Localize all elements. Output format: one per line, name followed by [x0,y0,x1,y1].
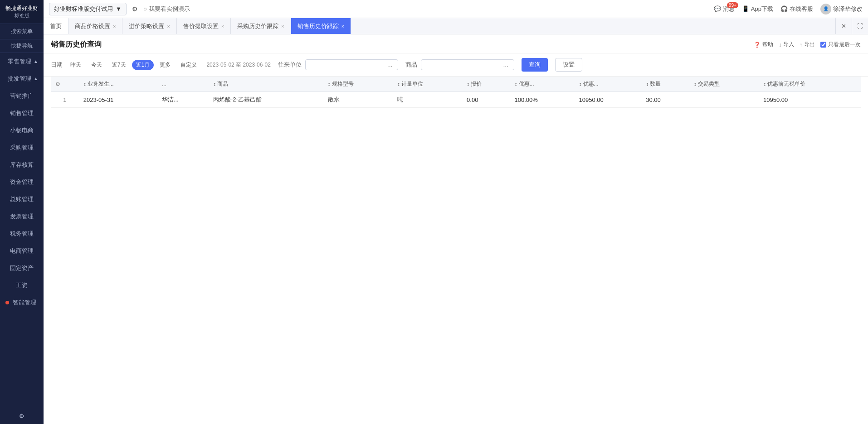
sidebar-item-ledger[interactable]: 总账管理 [0,191,44,208]
sidebar-item-payroll[interactable]: 工资 [0,277,44,294]
cell-spec: 散水 [323,92,393,108]
cell-price: 0.00 [462,92,510,108]
date-btn-today[interactable]: 今天 [87,60,106,70]
th-spec[interactable]: ↕ 规格型号 [323,77,393,92]
sort-qty: ↕ 数量 [646,80,661,88]
help-button[interactable]: ❓ 帮助 [754,41,773,48]
th-gear[interactable]: ⚙ [51,77,79,92]
th-qty[interactable]: ↕ 数量 [641,77,689,92]
only-last-checkbox[interactable] [820,42,826,48]
th-col2[interactable]: ... [157,77,209,92]
module-name: 好业财标准版交付试用 [54,5,113,13]
filter-settings-button[interactable]: 设置 [555,58,582,72]
sidebar-footer-settings[interactable]: ⚙ [0,408,44,424]
th-goods[interactable]: ↕ 商品 [209,77,323,92]
tab-product-pricing-close[interactable]: × [113,24,116,29]
sidebar-logo: 畅捷通好业财 标准版 [0,0,44,24]
date-btn-1month[interactable]: 近1月 [132,60,154,70]
date-filter-group: 日期 昨天 今天 近7天 近1月 更多 自定义 2023-05-02 至 202… [51,60,271,70]
tab-price-extract[interactable]: 售价提取设置 × [177,18,231,34]
export-icon: ↑ [800,42,802,48]
user-menu-button[interactable]: 👤 徐泽华修改 [820,4,863,14]
sidebar-item-finance[interactable]: 资金管理 [0,173,44,191]
chevron-down-icon: ▼ [116,5,122,12]
sidebar: 畅捷通好业财 标准版 搜索菜单 快捷导航 零售管理 ▲ 批发管理 ▲ 营销推广 … [0,0,44,424]
sidebar-item-tax[interactable]: 税务管理 [0,225,44,242]
sidebar-item-sales[interactable]: 销售管理 [0,105,44,122]
tab-product-pricing[interactable]: 商品价格设置 × [68,18,122,34]
sidebar-item-invoice-label: 发票管理 [5,212,38,221]
sidebar-item-marketing[interactable]: 营销推广 [0,87,44,105]
table-header-row: ⚙ ↕ 业务发生... ... ↕ 商品 ↕ 规格型号 ↕ 计量单位 ↕ 报价 … [51,77,861,92]
date-btn-yesterday[interactable]: 昨天 [66,60,85,70]
date-btn-more[interactable]: 更多 [156,60,175,70]
only-last-checkbox-label[interactable]: 只看最后一次 [820,41,861,48]
sidebar-item-inventory-label: 库存核算 [5,161,38,169]
sidebar-item-ecommerce-small[interactable]: 小畅电商 [0,122,44,139]
th-trade-type[interactable]: ↕ 交易类型 [689,77,759,92]
tab-purchase-history-close[interactable]: × [281,24,284,29]
th-pretax-price[interactable]: ↕ 优惠前无税单价 [759,77,861,92]
tab-home[interactable]: 首页 [44,18,68,34]
gear-icon: ⚙ [55,81,60,87]
message-icon: 💬 [714,5,721,12]
tab-sales-history[interactable]: 销售历史价跟踪 × [291,18,351,34]
th-price[interactable]: ↕ 报价 [462,77,510,92]
topbar-settings-icon[interactable]: ⚙ [132,5,138,13]
tab-purchase-strategy[interactable]: 进价策略设置 × [122,18,176,34]
tab-purchase-history[interactable]: 采购历史价跟踪 × [231,18,291,34]
sidebar-item-inventory[interactable]: 库存核算 [0,156,44,173]
sidebar-quick-nav[interactable]: 快捷导航 [0,39,44,53]
tab-home-label: 首页 [50,22,62,30]
sort-business-date: ↕ 业务发生... [83,80,114,88]
sidebar-item-retail[interactable]: 零售管理 ▲ [0,53,44,70]
sidebar-item-invoice[interactable]: 发票管理 [0,208,44,225]
sidebar-item-fixed-assets[interactable]: 固定资产 [0,260,44,277]
date-btn-7days[interactable]: 近7天 [108,60,130,70]
sidebar-item-wholesale[interactable]: 批发管理 ▲ [0,70,44,87]
sidebar-item-ecommerce[interactable]: 电商管理 [0,242,44,260]
avatar: 👤 [820,4,831,14]
tab-purchase-strategy-close[interactable]: × [167,24,170,29]
th-unit[interactable]: ↕ 计量单位 [393,77,462,92]
import-label: 导入 [783,41,794,48]
sidebar-item-ai[interactable]: 智能管理 [0,294,44,311]
query-button[interactable]: 查询 [522,58,548,72]
from-unit-input[interactable] [309,62,385,68]
cell-num: 1 [51,92,79,108]
export-button[interactable]: ↑ 导出 [800,41,815,48]
sort-price: ↕ 报价 [467,80,482,88]
goods-input[interactable] [425,62,501,68]
tab-price-extract-close[interactable]: × [221,24,224,29]
module-selector[interactable]: 好业财标准版交付试用 ▼ [49,3,127,15]
table-row: 1 2023-05-31 华洁... 丙烯酸-2-乙基己酯 散水 吨 0.00 … [51,92,861,108]
sidebar-item-purchase[interactable]: 采购管理 [0,139,44,156]
goods-dots[interactable]: ... [501,61,510,68]
demo-button[interactable]: ○ 我要看实例演示 [143,5,190,13]
page-header: 销售历史价查询 ❓ 帮助 ↓ 导入 ↑ 导出 [44,34,868,53]
main-area: 好业财标准版交付试用 ▼ ⚙ ○ 我要看实例演示 💬 消息 99+ 📱 App下… [44,0,868,424]
import-button[interactable]: ↓ 导入 [779,41,794,48]
table-wrap: ⚙ ↕ 业务发生... ... ↕ 商品 ↕ 规格型号 ↕ 计量单位 ↕ 报价 … [44,77,868,424]
th-business-date[interactable]: ↕ 业务发生... [79,77,157,92]
th-discount1[interactable]: ↕ 优惠... [510,77,575,92]
date-btn-custom[interactable]: 自定义 [176,60,201,70]
sidebar-search[interactable]: 搜索菜单 [0,24,44,39]
online-service-button[interactable]: 🎧 在线客服 [780,5,813,13]
sidebar-item-retail-arrow: ▲ [34,59,38,64]
app-download-button[interactable]: 📱 App下载 [742,5,773,13]
close-tab-action[interactable]: ✕ [835,18,852,34]
ai-dot [5,301,9,304]
goods-input-wrap: ... [421,59,514,70]
from-unit-label: 往来单位 [278,61,302,69]
app-label: App下载 [751,5,773,13]
tab-sales-history-close[interactable]: × [341,24,344,29]
expand-tab-action[interactable]: ⛶ [852,18,868,34]
sidebar-item-purchase-label: 采购管理 [5,144,38,152]
sort-pretax-price: ↕ 优惠前无税单价 [763,80,805,88]
th-discount2[interactable]: ↕ 优惠... [575,77,642,92]
sidebar-item-payroll-label: 工资 [5,281,38,289]
message-button[interactable]: 💬 消息 99+ [714,5,735,13]
service-label: 在线客服 [790,5,813,13]
from-unit-dots[interactable]: ... [385,61,395,68]
